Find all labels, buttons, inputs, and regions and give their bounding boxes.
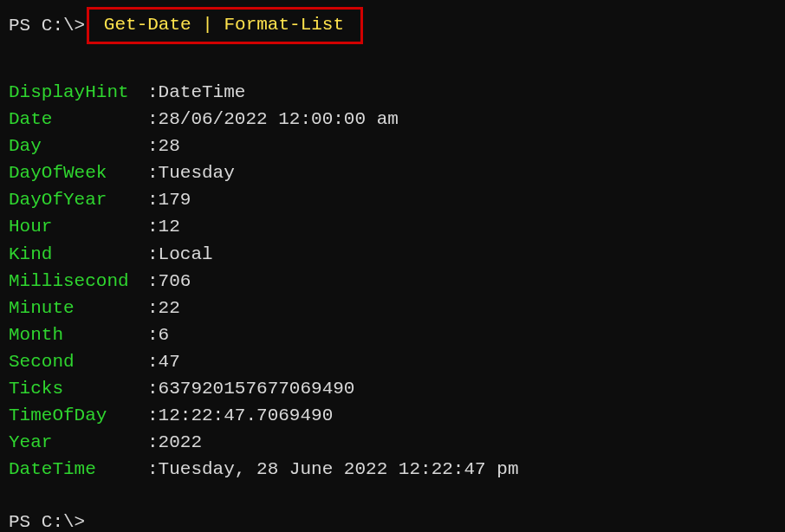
property-value: 28/06/2022 12:00:00 am <box>159 106 519 133</box>
property-value: 28 <box>159 133 519 159</box>
property-value: Tuesday, 28 June 2022 12:22:47 pm <box>159 456 519 483</box>
output-row: Hour :12 <box>9 213 518 240</box>
final-prompt[interactable]: PS C:\> <box>9 509 776 532</box>
property-name: Minute <box>9 295 147 321</box>
output-table: DisplayHint :DateTimeDate :28/06/2022 12… <box>9 79 518 483</box>
property-name: DisplayHint <box>9 79 147 106</box>
property-value: DateTime <box>159 79 519 106</box>
output-row: TimeOfDay :12:22:47.7069490 <box>9 402 518 429</box>
property-name: Date <box>9 106 147 133</box>
output-row: DateTime :Tuesday, 28 June 2022 12:22:47… <box>9 456 518 483</box>
property-value: 706 <box>159 268 519 295</box>
command-text: Get-Date | Format-List <box>93 15 354 35</box>
blank-line <box>9 53 776 79</box>
command-highlight-box: Get-Date | Format-List <box>87 7 362 44</box>
output-row: Millisecond :706 <box>9 268 518 295</box>
command-line[interactable]: PS C:\> Get-Date | Format-List <box>9 7 776 44</box>
property-separator: : <box>147 79 159 106</box>
property-separator: : <box>147 321 159 348</box>
property-separator: : <box>147 295 159 321</box>
property-name: Kind <box>9 241 147 268</box>
property-name: TimeOfDay <box>9 402 147 429</box>
property-name: DayOfWeek <box>9 159 147 186</box>
property-separator: : <box>147 159 159 186</box>
property-value: Tuesday <box>159 159 519 186</box>
property-value: 12:22:47.7069490 <box>159 402 519 429</box>
property-name: Millisecond <box>9 268 147 295</box>
output-row: DayOfWeek :Tuesday <box>9 159 518 186</box>
property-separator: : <box>147 268 159 295</box>
property-value: 12 <box>159 213 519 240</box>
property-name: Second <box>9 348 147 375</box>
property-name: Day <box>9 133 147 159</box>
property-value: 179 <box>159 186 519 213</box>
property-separator: : <box>147 241 159 268</box>
property-value: Local <box>159 241 519 268</box>
property-value: 6 <box>159 321 519 348</box>
property-value: 637920157677069490 <box>159 375 519 402</box>
output-row: Ticks :637920157677069490 <box>9 375 518 402</box>
property-name: Year <box>9 429 147 456</box>
property-value: 2022 <box>159 429 519 456</box>
output-row: Minute :22 <box>9 295 518 321</box>
property-separator: : <box>147 106 159 133</box>
output-row: Month :6 <box>9 321 518 348</box>
output-row: Second :47 <box>9 348 518 375</box>
property-name: Month <box>9 321 147 348</box>
property-value: 22 <box>159 295 519 321</box>
property-separator: : <box>147 133 159 159</box>
output-row: Year :2022 <box>9 429 518 456</box>
property-name: DayOfYear <box>9 186 147 213</box>
output-row: Date :28/06/2022 12:00:00 am <box>9 106 518 133</box>
property-value: 47 <box>159 348 519 375</box>
property-separator: : <box>147 402 159 429</box>
property-separator: : <box>147 213 159 240</box>
output-row: Day :28 <box>9 133 518 159</box>
property-name: DateTime <box>9 456 147 483</box>
prompt-prefix: PS C:\> <box>9 12 85 39</box>
property-separator: : <box>147 348 159 375</box>
property-name: Ticks <box>9 375 147 402</box>
property-separator: : <box>147 429 159 456</box>
output-row: Kind :Local <box>9 241 518 268</box>
property-separator: : <box>147 186 159 213</box>
property-name: Hour <box>9 213 147 240</box>
output-row: DayOfYear :179 <box>9 186 518 213</box>
property-separator: : <box>147 375 159 402</box>
output-row: DisplayHint :DateTime <box>9 79 518 106</box>
property-separator: : <box>147 456 159 483</box>
